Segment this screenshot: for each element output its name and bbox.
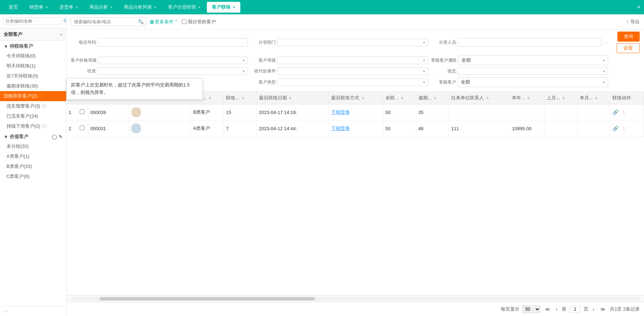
value-customer-edit-icon[interactable]: ✎ (59, 134, 62, 140)
nav-item-sales[interactable]: 销货单 × (24, 2, 53, 13)
row1-last-method[interactable]: 下销货单 (329, 104, 383, 121)
nav-item-product-analysis[interactable]: 商品分析 × (84, 2, 117, 13)
close-all-tabs[interactable]: × (637, 4, 640, 10)
sidebar-item-type-a[interactable]: A类客户(1) (0, 151, 66, 161)
top-navigation: 首页 销货单 × 进货单 × 商品分析 × 商品分析列表 × 客户分层经营 × … (0, 0, 644, 14)
row2-link-icon[interactable]: 🔗 (612, 126, 618, 131)
sidebar-bottom-right-icon[interactable]: › (6, 308, 7, 314)
sidebar-item-declining[interactable]: 持续下滑客户(2) ⓘ (0, 121, 66, 131)
rebuy-abnormal-label: 回购异常客户(2) (4, 93, 37, 99)
horizontal-scroll-bar[interactable] (66, 295, 644, 302)
nav-close-purchase[interactable]: × (75, 5, 78, 9)
my-customer-checkbox[interactable] (182, 19, 186, 24)
sidebar-item-type-b[interactable]: B类客户(33) (0, 161, 66, 171)
sidebar-item-rebuy-abnormal[interactable]: 回购异常客户(2) ⓘ (0, 91, 66, 101)
pending-triangle: ▼ (4, 44, 8, 49)
tooltip-text: 距客户上次交易时长，超过了此客户的平均交易周期的1.5倍，则视为异常。 (71, 82, 190, 95)
query-button[interactable]: 查询 (617, 32, 640, 42)
th-overdue-sort[interactable]: ⇅ (434, 96, 436, 100)
lost-label: 已流失客户(24) (6, 113, 38, 119)
sidebar-item-type-c[interactable]: C类客户(6) (0, 171, 66, 181)
prev-page-btn[interactable]: ‹ (555, 306, 559, 313)
rebuy-info-icon[interactable]: ⓘ (39, 93, 43, 99)
sidebar-section-pending[interactable]: ▼ 待联络客户 (0, 41, 66, 51)
th-this-year-sort[interactable]: ⇅ (527, 96, 530, 100)
scroll-thumb[interactable] (99, 297, 315, 301)
filter-cell-customer-type: 客户类型 ▾ (251, 79, 428, 86)
row2-avatar (131, 123, 141, 133)
row2-last-method[interactable]: 下销货单 (329, 121, 383, 137)
row2-code: 000031 (88, 121, 129, 137)
sidebar-bottom-left-icon[interactable]: ‹ (3, 308, 4, 314)
status-select[interactable]: ▾ (458, 67, 608, 75)
nav-item-product-list[interactable]: 商品分析列表 × (119, 2, 161, 13)
first-page-btn[interactable]: ≪ (543, 306, 552, 313)
row1-more-icon[interactable]: ⋮ (621, 109, 626, 115)
sidebar-search-input[interactable] (3, 17, 62, 25)
th-company-contact-sort[interactable]: ⇅ (486, 96, 489, 100)
sidebar-collapse-btn[interactable]: « (60, 32, 62, 37)
nav-close-customer-contact[interactable]: × (233, 5, 235, 9)
manager-input[interactable] (458, 38, 601, 47)
sidebar-item-tomorrow[interactable]: 明天待联络(1) (0, 61, 66, 71)
payment-select[interactable]: ▾ (277, 67, 428, 75)
th-no-contact-sort[interactable]: ⇅ (401, 96, 404, 100)
sidebar-item-today[interactable]: 今天待联络(0) (0, 51, 66, 61)
phone-input[interactable] (97, 38, 248, 47)
row2-more-icon[interactable]: ⋮ (621, 126, 626, 131)
nav-close-product-list[interactable]: × (154, 5, 156, 9)
nav-close-sales[interactable]: × (46, 5, 48, 9)
page-number-input[interactable] (569, 306, 581, 313)
row1-customer-type: B类客户 (191, 104, 223, 121)
loss-warning-info-icon[interactable]: ⓘ (42, 103, 46, 109)
nav-item-purchase[interactable]: 进货单 × (54, 2, 83, 13)
page-label: 第 (562, 306, 566, 312)
search-button[interactable]: 🔍 (136, 18, 146, 26)
setting-button[interactable]: 设置 (617, 43, 640, 53)
row2-select-checkbox[interactable] (80, 126, 84, 130)
export-icon: ↑ (627, 19, 629, 24)
declining-info-icon[interactable]: ⓘ (42, 123, 46, 129)
sidebar-item-lost[interactable]: 已流失客户(24) (0, 111, 66, 121)
sidebar-item-overdue[interactable]: 逾期未联络(30) (0, 81, 66, 91)
th-contact-count-sort[interactable]: ⇅ (241, 96, 244, 100)
more-conditions-btn[interactable]: ▦ 更多条件 ⌃ (150, 19, 178, 25)
th-last-date-sort[interactable]: ⇅ (289, 96, 292, 100)
price-level-select[interactable]: ▾ (98, 57, 248, 64)
search-input[interactable] (71, 18, 136, 26)
value-customer-title: 价值客户 (10, 133, 28, 140)
th-last-method-sort[interactable]: ⇅ (361, 96, 364, 100)
sparse-attr-select[interactable]: 全部 ▾ (458, 55, 608, 65)
nav-item-customer-contact[interactable]: 客户联络 × (207, 2, 240, 13)
value-customer-settings-icon[interactable]: ◯ (52, 134, 57, 140)
per-page-select[interactable]: 50 100 200 (522, 305, 541, 313)
row1-link-icon[interactable]: 🔗 (612, 109, 618, 115)
export-btn[interactable]: ↑ 导出 (627, 19, 640, 25)
sidebar-item-week[interactable]: 近7天待联络(0) (0, 71, 66, 81)
phone-label: 电话号码 (71, 39, 96, 46)
sidebar-search-icon[interactable]: 🔍 (63, 19, 66, 24)
last-page-btn[interactable]: ≫ (599, 306, 607, 313)
my-customer-checkbox-wrap: 我分管的客户 (182, 19, 216, 25)
next-page-btn[interactable]: › (591, 306, 596, 313)
row1-select-checkbox[interactable] (80, 109, 84, 114)
customer-type-select[interactable]: ▾ (277, 79, 428, 86)
row2-last-month (545, 121, 577, 137)
manager-dots[interactable]: ··· (604, 40, 608, 45)
sparse-customer-select[interactable]: 全部 ▾ (458, 77, 608, 87)
nature-select[interactable]: ▾ (97, 67, 248, 75)
filter-cell-nature: 性质 ▾ (71, 67, 248, 75)
nav-close-product-analysis[interactable]: × (110, 5, 112, 9)
th-last-date: 最后联络日期 ⇅ (256, 92, 329, 104)
nav-item-home[interactable]: 首页 (4, 2, 23, 13)
customer-level-select[interactable]: ▾ (277, 57, 428, 64)
th-this-month-sort[interactable]: ⇅ (595, 96, 598, 100)
sidebar-item-loss-warning[interactable]: 流失预警客户(3) ⓘ (0, 101, 66, 111)
sidebar-item-ungrouped[interactable]: 未分组(32) (0, 141, 66, 151)
th-customer-type-sort[interactable]: ⇅ (208, 96, 211, 100)
nav-close-customer-layer[interactable]: × (198, 5, 200, 9)
dept-select[interactable]: ▾ (277, 39, 428, 46)
nav-item-customer-layer[interactable]: 客户分层经营 × (163, 2, 205, 13)
sidebar-bottom-bar: ‹ › (0, 306, 66, 316)
th-last-month-sort[interactable]: ⇅ (562, 96, 565, 100)
